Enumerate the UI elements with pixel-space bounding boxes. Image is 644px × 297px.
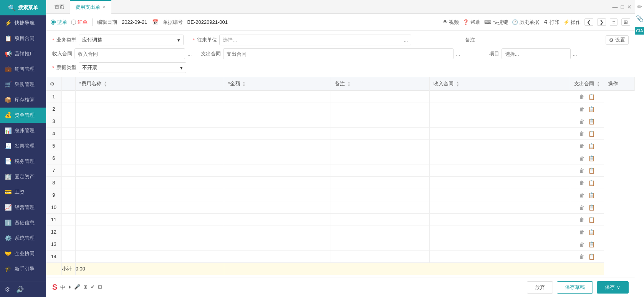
expense-contract-cell[interactable]: [430, 103, 570, 115]
amount-cell[interactable]: [75, 251, 224, 263]
sidebar-item-payroll[interactable]: 💳 工资: [0, 184, 46, 200]
remark-cell[interactable]: [224, 177, 331, 189]
delete-icon[interactable]: 🗑: [579, 94, 584, 100]
delete-icon[interactable]: 🗑: [579, 143, 584, 149]
expense-contract-cell[interactable]: [430, 91, 570, 103]
save-draft-button[interactable]: 保存草稿: [557, 281, 593, 294]
expense-contract-dots[interactable]: ...: [456, 51, 460, 57]
expense-name-cell[interactable]: [61, 91, 75, 103]
sidebar-item-project-contract[interactable]: 📋 项目合同: [0, 31, 46, 46]
amount-cell[interactable]: [75, 164, 224, 177]
delete-icon[interactable]: 🗑: [579, 254, 584, 260]
expense-name-cell[interactable]: [61, 226, 75, 238]
income-contract-cell[interactable]: [331, 214, 430, 226]
side-panel-icon-edit[interactable]: ✏: [637, 3, 642, 10]
radio-red-input[interactable]: [71, 20, 76, 25]
save-button[interactable]: 保存 ∨: [597, 281, 629, 294]
expense-contract-cell[interactable]: [430, 140, 570, 152]
income-contract-dots[interactable]: ...: [187, 51, 192, 57]
sidebar-item-sys-mgmt[interactable]: ⚙️ 系统管理: [0, 231, 46, 246]
expense-name-cell[interactable]: [61, 214, 75, 226]
maximize-button[interactable]: □: [621, 4, 624, 10]
side-panel-green-btn[interactable]: CIA: [635, 27, 644, 35]
sidebar-item-purchase-mgmt[interactable]: 🛒 采购管理: [0, 77, 46, 92]
amount-cell[interactable]: [75, 238, 224, 251]
th-remark[interactable]: 备注 ▲▼: [331, 77, 430, 91]
expense-contract-cell[interactable]: [430, 177, 570, 189]
sidebar-item-newbie[interactable]: 🎓 新手引导: [0, 261, 46, 277]
expense-contract-cell[interactable]: [430, 226, 570, 238]
side-panel-icon-clip[interactable]: 📎: [636, 15, 644, 22]
amount-cell[interactable]: [75, 128, 224, 140]
delete-icon[interactable]: 🗑: [579, 155, 584, 161]
sidebar-item-invoice-mgmt[interactable]: 🧾 发票管理: [0, 138, 46, 154]
shortcuts-btn[interactable]: ⌨ 快捷键: [484, 19, 508, 26]
delete-icon[interactable]: 🗑: [579, 106, 584, 112]
expense-contract-cell[interactable]: [430, 201, 570, 214]
expense-name-cell[interactable]: [61, 201, 75, 214]
expense-name-cell[interactable]: [61, 140, 75, 152]
footer-icon-apps[interactable]: ⊞: [98, 284, 102, 291]
invoice-type-select[interactable]: 不开票 ▾: [79, 62, 186, 73]
discard-button[interactable]: 放弃: [527, 281, 553, 294]
copy-icon[interactable]: 📋: [588, 241, 595, 247]
counterpart-dots[interactable]: ...: [404, 37, 408, 43]
settings-footer-icon[interactable]: ⚙: [5, 286, 10, 293]
sidebar-item-inventory[interactable]: 📦 库存核算: [0, 92, 46, 108]
remark-cell[interactable]: [224, 189, 331, 201]
footer-icon-grid[interactable]: ⊞: [83, 284, 88, 291]
delete-icon[interactable]: 🗑: [579, 229, 584, 235]
remark-cell[interactable]: [224, 238, 331, 251]
calendar-icon[interactable]: 📅: [152, 19, 158, 25]
expense-contract-cell[interactable]: [430, 238, 570, 251]
expense-contract-cell[interactable]: [430, 128, 570, 140]
copy-icon[interactable]: 📋: [588, 180, 595, 186]
expense-name-cell[interactable]: [61, 152, 75, 164]
sidebar-item-fund-mgmt[interactable]: 💰 资金管理: [0, 108, 46, 123]
amount-cell[interactable]: [75, 177, 224, 189]
expense-name-cell[interactable]: [61, 251, 75, 263]
copy-icon[interactable]: 📋: [588, 106, 595, 112]
copy-icon[interactable]: 📋: [588, 168, 595, 174]
copy-icon[interactable]: 📋: [588, 229, 595, 235]
expense-contract-cell[interactable]: [430, 189, 570, 201]
remark-cell[interactable]: [224, 115, 331, 128]
income-contract-cell[interactable]: [331, 103, 430, 115]
th-income-contract[interactable]: 收入合同 ▲▼: [430, 77, 570, 91]
sidebar-item-operations[interactable]: 📈 经营管理: [0, 200, 46, 215]
delete-icon[interactable]: 🗑: [579, 204, 584, 211]
tab-close-icon[interactable]: ✕: [103, 5, 106, 10]
sidebar-item-quick-nav[interactable]: ⚡ 快捷导航: [0, 15, 46, 31]
help-btn[interactable]: ❓ 帮助: [463, 19, 480, 26]
project-input[interactable]: [502, 48, 571, 59]
remark-cell[interactable]: [224, 103, 331, 115]
radio-red[interactable]: 红单: [71, 19, 88, 26]
delete-icon[interactable]: 🗑: [579, 168, 584, 174]
income-contract-cell[interactable]: [331, 140, 430, 152]
income-contract-cell[interactable]: [331, 238, 430, 251]
expense-contract-cell[interactable]: [430, 164, 570, 177]
settings-button[interactable]: ⚙ 设置: [606, 35, 629, 45]
amount-cell[interactable]: [75, 91, 224, 103]
remark-cell[interactable]: [224, 152, 331, 164]
footer-icon-diamond[interactable]: ♦: [68, 284, 71, 291]
copy-icon[interactable]: 📋: [588, 155, 595, 161]
copy-icon[interactable]: 📋: [588, 192, 595, 198]
remark-cell[interactable]: [224, 201, 331, 214]
nav-next-btn[interactable]: ❯: [597, 18, 606, 26]
footer-icon-zhong[interactable]: 中: [60, 284, 65, 291]
income-contract-cell[interactable]: [331, 152, 430, 164]
biz-type-select[interactable]: 应付调整 ▾: [79, 35, 184, 45]
copy-icon[interactable]: 📋: [588, 143, 595, 149]
expense-name-cell[interactable]: [61, 189, 75, 201]
delete-icon[interactable]: 🗑: [579, 180, 584, 186]
sidebar-item-sales-mgmt[interactable]: 💼 销售管理: [0, 61, 46, 77]
income-contract-cell[interactable]: [331, 201, 430, 214]
expense-name-cell[interactable]: [61, 177, 75, 189]
remark-cell[interactable]: [224, 251, 331, 263]
sidebar-item-accounting[interactable]: 📊 总账管理: [0, 123, 46, 138]
income-contract-cell[interactable]: [331, 128, 430, 140]
income-contract-input[interactable]: [74, 48, 185, 59]
amount-cell[interactable]: [75, 226, 224, 238]
sidebar-item-enterprise[interactable]: 🤝 企业协同: [0, 246, 46, 261]
